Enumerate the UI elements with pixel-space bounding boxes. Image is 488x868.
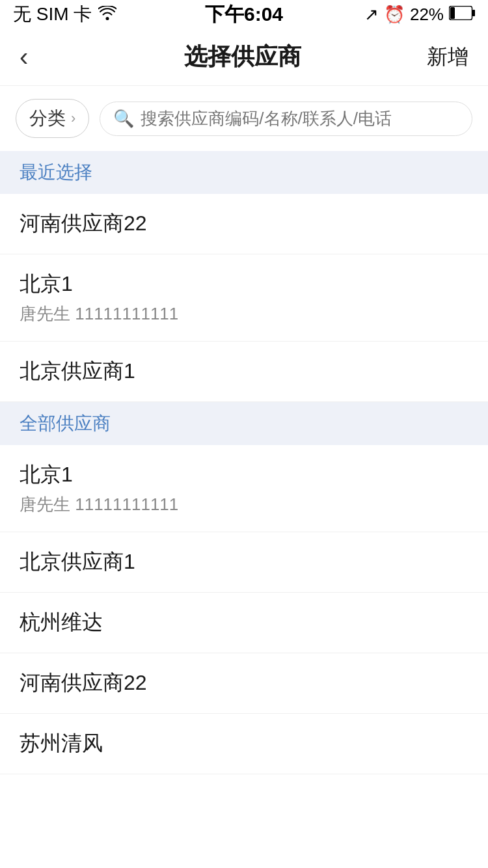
category-label: 分类 xyxy=(29,106,66,131)
list-item[interactable]: 北京供应商1 xyxy=(0,342,488,402)
back-button[interactable]: ‹ xyxy=(20,42,59,72)
alarm-icon: ⏰ xyxy=(384,5,405,25)
recent-items-list: 河南供应商22 北京1 唐先生 11111111111 北京供应商1 xyxy=(0,194,488,402)
add-button[interactable]: 新增 xyxy=(427,43,468,72)
item-detail: 唐先生 11111111111 xyxy=(20,493,468,516)
item-name: 杭州维达 xyxy=(20,608,468,637)
battery-text: 22% xyxy=(410,5,444,25)
item-name: 河南供应商22 xyxy=(20,669,468,698)
item-name: 北京供应商1 xyxy=(20,548,468,576)
status-bar: 无 SIM 卡 下午6:04 ↗ ⏰ 22% xyxy=(0,0,488,29)
no-sim-text: 无 SIM 卡 xyxy=(13,2,92,27)
list-item[interactable]: 苏州清风 xyxy=(0,714,488,774)
location-icon: ↗ xyxy=(364,5,379,25)
list-item[interactable]: 杭州维达 xyxy=(0,593,488,653)
recent-section-header: 最近选择 xyxy=(0,151,488,194)
all-section-header: 全部供应商 xyxy=(0,402,488,445)
battery-icon xyxy=(449,5,475,25)
wifi-icon xyxy=(98,4,116,25)
nav-bar: ‹ 选择供应商 新增 xyxy=(0,29,488,86)
status-right: ↗ ⏰ 22% xyxy=(364,5,475,25)
item-name: 北京1 xyxy=(20,270,468,299)
list-item[interactable]: 北京1 唐先生 11111111111 xyxy=(0,254,488,342)
svg-rect-2 xyxy=(450,7,455,19)
all-items-list: 北京1 唐先生 11111111111 北京供应商1 杭州维达 河南供应商22 … xyxy=(0,445,488,774)
search-icon: 🔍 xyxy=(113,109,134,129)
status-time: 下午6:04 xyxy=(205,1,283,28)
search-input[interactable] xyxy=(141,109,459,129)
svg-rect-1 xyxy=(472,10,475,16)
category-button[interactable]: 分类 › xyxy=(16,99,89,138)
page-title: 选择供应商 xyxy=(184,41,301,73)
list-item[interactable]: 河南供应商22 xyxy=(0,653,488,714)
list-item[interactable]: 北京1 唐先生 11111111111 xyxy=(0,445,488,532)
item-name: 北京1 xyxy=(20,461,468,489)
status-left: 无 SIM 卡 xyxy=(13,2,116,27)
filter-row: 分类 › 🔍 xyxy=(0,86,488,151)
list-item[interactable]: 河南供应商22 xyxy=(0,194,488,254)
item-name: 北京供应商1 xyxy=(20,357,468,386)
search-box: 🔍 xyxy=(100,102,472,136)
all-section-label: 全部供应商 xyxy=(20,413,111,433)
recent-section-label: 最近选择 xyxy=(20,162,92,182)
list-item[interactable]: 北京供应商1 xyxy=(0,532,488,593)
item-name: 河南供应商22 xyxy=(20,210,468,238)
chevron-right-icon: › xyxy=(71,110,75,127)
item-name: 苏州清风 xyxy=(20,729,468,758)
item-detail: 唐先生 11111111111 xyxy=(20,303,468,325)
